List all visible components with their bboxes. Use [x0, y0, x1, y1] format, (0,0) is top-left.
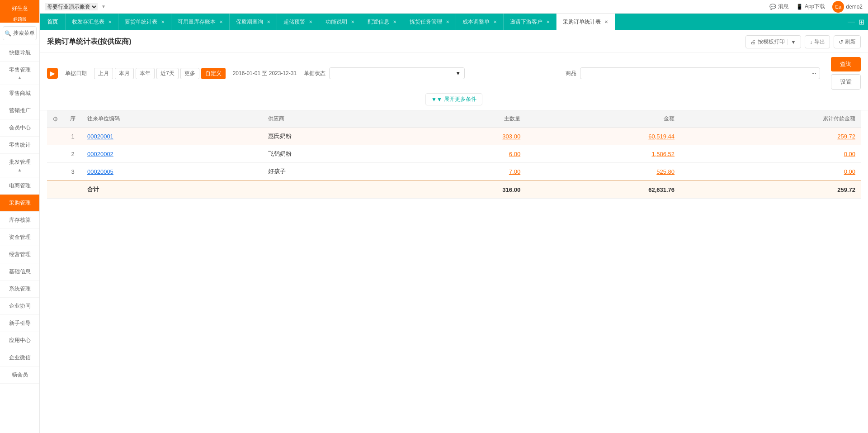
sidebar-item-member[interactable]: 畅会员 — [0, 366, 39, 384]
close-icon[interactable]: ✕ — [493, 19, 497, 24]
settings-button[interactable]: 设置 — [831, 74, 861, 90]
status-select[interactable]: ▼ — [329, 67, 465, 79]
table-row: 1 00020001 惠氏奶粉 303.00 60,519.44 259.72 — [47, 128, 861, 145]
row-qty[interactable]: 6.00 — [406, 145, 526, 163]
row-code[interactable]: 00020002 — [82, 145, 263, 163]
row-code[interactable]: 00020001 — [82, 128, 263, 145]
close-icon[interactable]: ✕ — [351, 19, 354, 24]
tab-shelf-life[interactable]: 保质期查询 ✕ — [230, 14, 277, 30]
goods-filter-wrap: 商品 ··· — [566, 67, 820, 79]
row-amount[interactable]: 60,519.44 — [526, 128, 680, 145]
row-qty[interactable]: 303.00 — [406, 128, 526, 145]
close-icon[interactable]: ✕ — [546, 19, 550, 24]
page-actions: 🖨 按模板打印 ▼ ↓ 导出 ↺ 刷新 — [745, 35, 861, 48]
row-code[interactable]: 00020005 — [82, 163, 263, 181]
close-icon[interactable]: ✕ — [309, 19, 312, 24]
tab-stock-summary[interactable]: 收发存汇总表 ✕ — [66, 14, 118, 30]
tab-features[interactable]: 功能说明 ✕ — [319, 14, 361, 30]
sidebar-item-ecommerce[interactable]: 电商管理 — [0, 177, 39, 195]
row-paid[interactable]: 259.72 — [680, 128, 861, 145]
sidebar-item-wholesale[interactable]: 批发管理 ▲ — [0, 154, 39, 177]
sidebar-item-basic-info[interactable]: 基础信息 — [0, 263, 39, 281]
row-no: 1 — [64, 128, 82, 145]
date-btn-this-year[interactable]: 本年 — [136, 68, 155, 79]
sidebar-item-members[interactable]: 会员中心 — [0, 119, 39, 137]
sidebar-item-inventory[interactable]: 库存核算 — [0, 212, 39, 229]
goods-input[interactable]: ··· — [580, 67, 820, 79]
sidebar-item-quicknav[interactable]: 快捷导航 — [0, 44, 39, 62]
query-button[interactable]: 查询 — [831, 57, 861, 71]
column-settings-icon[interactable]: ⚙ — [52, 115, 58, 123]
row-expand-cell — [47, 128, 64, 145]
footer-empty — [47, 181, 64, 199]
tab-picking[interactable]: 拣货任务管理 ✕ — [403, 14, 456, 30]
close-icon[interactable]: ✕ — [161, 19, 165, 24]
close-icon[interactable]: ✕ — [267, 19, 270, 24]
tab-order-stats[interactable]: 要货单统计表 ✕ — [118, 14, 171, 30]
sidebar-item-system[interactable]: 系统管理 — [0, 281, 39, 298]
row-amount[interactable]: 525.80 — [526, 163, 680, 181]
sidebar-item-retail-mall[interactable]: 零售商城 — [0, 85, 39, 102]
date-btn-more[interactable]: 更多 — [180, 68, 199, 79]
sidebar-item-enterprise[interactable]: 企业协同 — [0, 298, 39, 315]
sidebar-item-operations[interactable]: 经营管理 — [0, 246, 39, 263]
print-arrow-icon[interactable]: ▼ — [788, 39, 796, 45]
sidebar-item-newuser[interactable]: 新手引导 — [0, 315, 39, 332]
row-qty[interactable]: 7.00 — [406, 163, 526, 181]
footer-label: 合计 — [82, 181, 406, 199]
data-table: ⚙ 序 往来单位编码 供应商 主数量 金额 累计付款金额 1 0002000 — [47, 110, 861, 199]
date-label: 单据日期 — [65, 70, 87, 77]
footer-empty2 — [64, 181, 82, 199]
export-button[interactable]: ↓ 导出 — [805, 35, 830, 48]
close-icon[interactable]: ✕ — [604, 19, 608, 24]
col-supplier: 供应商 — [263, 110, 406, 128]
tabs-expand-icon[interactable]: ⊞ — [859, 18, 864, 26]
date-btn-custom[interactable]: 自定义 — [201, 68, 226, 79]
message-button[interactable]: 💬 消息 — [769, 3, 789, 10]
sidebar-item-retail-mgmt[interactable]: 零售管理 ▲ — [0, 62, 39, 85]
tab-home[interactable]: 首页 — [40, 14, 66, 30]
tab-overstock[interactable]: 超储预警 ✕ — [277, 14, 319, 30]
col-amount: 金额 — [526, 110, 680, 128]
topbar-right: 💬 消息 📱 App下载 Ea demo2 — [769, 1, 863, 13]
tab-available-stock[interactable]: 可用量库存账本 ✕ — [171, 14, 230, 30]
tab-config[interactable]: 配置信息 ✕ — [361, 14, 403, 30]
filter-toggle-button[interactable]: ▶ — [47, 68, 58, 79]
row-paid[interactable]: 0.00 — [680, 145, 861, 163]
app-download-button[interactable]: 📱 App下载 — [796, 3, 825, 10]
topbar: 母婴行业演示账套 ▼ 💬 消息 📱 App下载 Ea demo2 — [40, 0, 868, 14]
sidebar-search-section: 🔍 搜索菜单 — [0, 23, 39, 44]
row-amount[interactable]: 1,586.52 — [526, 145, 680, 163]
date-btn-last-month[interactable]: 上月 — [94, 68, 113, 79]
logo[interactable]: 好生意 标题版 — [0, 0, 39, 23]
refresh-button[interactable]: ↺ 刷新 — [834, 35, 861, 48]
row-paid[interactable]: 0.00 — [680, 163, 861, 181]
page-content: 采购订单统计表(按供应商) 🖨 按模板打印 ▼ ↓ 导出 ↺ 刷新 — [40, 30, 868, 433]
sidebar-item-marketing[interactable]: 营销推广 — [0, 102, 39, 119]
user-profile[interactable]: Ea demo2 — [832, 1, 863, 13]
close-icon[interactable]: ✕ — [219, 19, 223, 24]
sidebar-item-purchasing[interactable]: 采购管理 — [0, 195, 39, 212]
print-button[interactable]: 🖨 按模板打印 ▼ — [745, 35, 801, 48]
sidebar-item-finance[interactable]: 资金管理 — [0, 229, 39, 246]
sidebar-item-appcenter[interactable]: 应用中心 — [0, 332, 39, 349]
chevron-icon: ▲ — [18, 75, 22, 80]
sidebar-item-wechat[interactable]: 企业微信 — [0, 349, 39, 366]
close-icon[interactable]: ✕ — [108, 19, 112, 24]
row-no: 2 — [64, 145, 82, 163]
footer-paid: 259.72 — [680, 181, 861, 199]
tabs-minimize-icon[interactable]: — — [848, 18, 855, 26]
date-btn-this-month[interactable]: 本月 — [115, 68, 134, 79]
close-icon[interactable]: ✕ — [393, 19, 396, 24]
org-select[interactable]: 母婴行业演示账套 — [45, 3, 98, 10]
tab-invite[interactable]: 邀请下游客户 ✕ — [504, 14, 557, 30]
date-btn-7days[interactable]: 近7天 — [156, 68, 179, 79]
table-row: 3 00020005 好孩子 7.00 525.80 0.00 — [47, 163, 861, 181]
sidebar-item-retail-stats[interactable]: 零售统计 — [0, 137, 39, 154]
expand-conditions-button[interactable]: ▼▼ 展开更多条件 — [425, 93, 482, 105]
close-icon[interactable]: ✕ — [446, 19, 449, 24]
tab-cost-adjust[interactable]: 成本调整单 ✕ — [456, 14, 504, 30]
search-menu-button[interactable]: 🔍 搜索菜单 — [3, 26, 37, 40]
tab-purchase-stats[interactable]: 采购订单统计表 ✕ — [557, 14, 615, 30]
main-area: 母婴行业演示账套 ▼ 💬 消息 📱 App下载 Ea demo2 首页 — [40, 0, 868, 433]
